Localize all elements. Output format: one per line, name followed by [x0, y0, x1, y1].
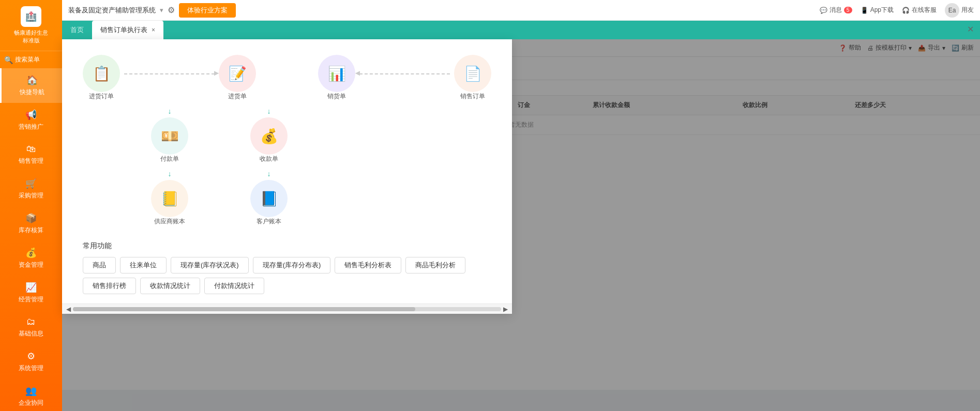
sidebar-item-collaboration[interactable]: 👥 企业协同	[0, 379, 62, 411]
tab-bar-close-btn[interactable]: ✕	[967, 24, 974, 34]
sidebar-item-sales[interactable]: 🛍 销售管理	[0, 138, 62, 172]
app-subtitle: 标准版	[23, 37, 40, 44]
sidebar-item-label: 营销推广	[19, 123, 43, 131]
collab-icon: 👥	[25, 385, 37, 397]
common-section: 常用功能 商品 往来单位 现存量(库存状况表) 现存量(库存分布表) 销售毛利分…	[83, 241, 491, 294]
dropdown-icon[interactable]: ▾	[160, 6, 163, 14]
func-btn-sales-rank[interactable]: 销售排行榜	[83, 278, 136, 294]
tab-close-icon[interactable]: ×	[152, 26, 155, 34]
message-icon: 💬	[820, 7, 827, 14]
sidebar-item-label: 采购管理	[19, 191, 43, 200]
tab-home[interactable]: 首页	[62, 21, 92, 39]
receipt-icon: 💰	[260, 128, 278, 145]
customer-ledger-label: 客户账本	[257, 217, 281, 226]
sidebar-item-label: 系统管理	[19, 364, 43, 373]
flow-col-supplier-ledger: ↓ 📒 供应商账本	[151, 168, 188, 226]
user-item[interactable]: Ea 用友	[945, 3, 974, 18]
logo-emoji: 🏥	[25, 11, 37, 22]
message-label: 消息	[830, 6, 842, 14]
online-service-item[interactable]: 🎧 在线客服	[902, 6, 937, 14]
tab-home-label: 首页	[70, 25, 84, 35]
sidebar-item-purchase[interactable]: 🛒 采购管理	[0, 172, 62, 206]
func-btn-product-gross[interactable]: 商品毛利分析	[405, 257, 465, 273]
flow-circle-purchase[interactable]: 📝	[219, 55, 256, 92]
flow-circle-purchase-order[interactable]: 📋	[83, 55, 120, 92]
scroll-track[interactable]	[73, 307, 501, 311]
operations-icon: 📈	[25, 282, 37, 293]
flow-circle-customer-ledger[interactable]: 📘	[250, 180, 288, 217]
flow-col-sale-order: 📄 销售订单	[454, 55, 491, 101]
tab-sales-order-label: 销售订单执行表	[100, 25, 147, 35]
search-icon: 🔍	[4, 56, 13, 64]
sidebar-item-basic-info[interactable]: 🗂 基础信息	[0, 310, 62, 344]
tab-sales-order[interactable]: 销售订单执行表 ×	[92, 21, 163, 39]
online-service-label: 在线客服	[912, 6, 937, 14]
message-badge: 5	[844, 7, 852, 13]
system-title: 装备及固定资产辅助管理系统	[68, 6, 156, 15]
purchase-order-icon: 📋	[93, 65, 111, 82]
sidebar-item-label: 基础信息	[19, 329, 43, 338]
func-btn-inventory-status[interactable]: 现存量(库存状况表)	[171, 257, 249, 273]
app-logo-icon: 🏥	[21, 6, 41, 27]
sidebar-item-quick-nav[interactable]: 🏠 快捷导航	[0, 68, 62, 103]
func-grid-row1: 商品 往来单位 现存量(库存状况表) 现存量(库存分布表) 销售毛利分析表 商品…	[83, 257, 491, 273]
app-name: 畅康通好生意	[14, 29, 48, 37]
sidebar-item-operations[interactable]: 📈 经营管理	[0, 276, 62, 310]
sidebar-item-label: 销售管理	[19, 157, 43, 165]
func-btn-receipt-stat[interactable]: 收款情况统计	[140, 278, 200, 294]
sidebar-item-system[interactable]: ⚙ 系统管理	[0, 344, 62, 379]
settings-icon[interactable]: ⚙	[168, 5, 175, 15]
arrow-payment-to-supplier: ↓	[168, 168, 172, 180]
scroll-right-arrow[interactable]: ▶	[503, 306, 508, 313]
marketing-icon: 📢	[25, 109, 37, 120]
inventory-icon: 📦	[25, 212, 37, 224]
flow-col-payment: ↓ 💴 付款单	[151, 105, 188, 163]
sale-order-icon: 📄	[464, 65, 482, 82]
home-icon: 🏠	[26, 74, 38, 86]
flow-col-receipt: ↓ 💰 收款单	[250, 105, 288, 163]
flow-circle-sale-order[interactable]: 📄	[454, 55, 491, 92]
purchase-icon: 📝	[229, 65, 247, 82]
func-btn-product[interactable]: 商品	[83, 257, 116, 273]
func-btn-payment-stat[interactable]: 付款情况统计	[204, 278, 264, 294]
sale-order-label: 销售订单	[460, 92, 485, 101]
flow-circle-supplier-ledger[interactable]: 📒	[151, 180, 188, 217]
flow-col-purchase-order: 📋 进货订单	[83, 55, 120, 101]
func-btn-sales-gross[interactable]: 销售毛利分析表	[335, 257, 401, 273]
payment-label: 付款单	[160, 155, 179, 163]
sidebar-item-inventory[interactable]: 📦 库存核算	[0, 206, 62, 241]
arrow-purchase-to-payment: ↓	[168, 105, 172, 117]
avatar-text: Ea	[948, 7, 956, 14]
sidebar-item-finance[interactable]: 💰 资金管理	[0, 241, 62, 276]
func-btn-inventory-dist[interactable]: 现存量(库存分布表)	[253, 257, 331, 273]
trial-btn[interactable]: 体验行业方案	[179, 3, 236, 18]
sidebar-item-label: 经营管理	[19, 295, 43, 304]
flow-circle-receipt[interactable]: 💰	[250, 117, 288, 155]
receipt-label: 收款单	[260, 155, 278, 163]
flow-circle-sale[interactable]: 📊	[318, 55, 355, 92]
flow-circle-payment[interactable]: 💴	[151, 117, 188, 155]
flow-col-purchase: 📝 进货单	[219, 55, 256, 101]
message-item[interactable]: 💬 消息 5	[820, 6, 852, 14]
sidebar-item-label: 库存核算	[19, 226, 43, 235]
sidebar-item-marketing[interactable]: 📢 营销推广	[0, 103, 62, 138]
sidebar-item-label: 资金管理	[19, 261, 43, 269]
overlay[interactable]: 📋 进货订单 📝 进货单 📊	[62, 39, 980, 411]
system-icon: ⚙	[27, 351, 35, 362]
customer-ledger-icon: 📘	[260, 190, 278, 207]
search-label: 搜索菜单	[15, 55, 40, 64]
func-btn-partner[interactable]: 往来单位	[120, 257, 167, 273]
user-name: 用友	[961, 6, 974, 14]
app-download-label: App下载	[870, 6, 894, 14]
app-download-item[interactable]: 📱 App下载	[861, 6, 894, 14]
scroll-bar: ◀ ▶	[62, 303, 512, 314]
purchase-order-label: 进货订单	[89, 92, 114, 101]
purchase-icon: 🛒	[25, 178, 37, 189]
sidebar-nav: 🏠 快捷导航 📢 营销推广 🛍 销售管理 🛒 采购管理 📦 库存核算 💰 资金管…	[0, 68, 62, 411]
payment-icon: 💴	[161, 128, 179, 145]
scroll-left-arrow[interactable]: ◀	[66, 306, 71, 313]
supplier-ledger-icon: 📒	[161, 190, 179, 207]
download-icon: 📱	[861, 7, 868, 14]
sidebar-search[interactable]: 🔍 搜索菜单	[0, 51, 62, 68]
supplier-ledger-label: 供应商账本	[154, 217, 185, 226]
